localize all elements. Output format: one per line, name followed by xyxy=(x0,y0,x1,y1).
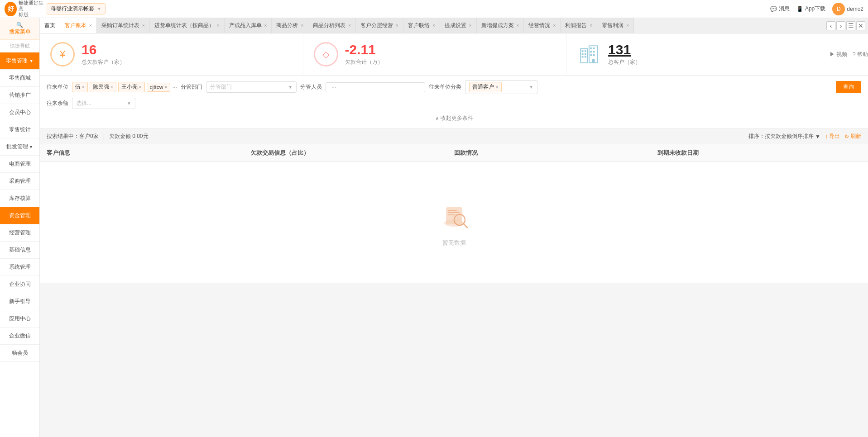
video-btn[interactable]: ▶ 视频 xyxy=(830,51,847,58)
unit-class-select[interactable]: 普通客户 × ▼ xyxy=(465,80,537,94)
tab-new-commission[interactable]: 新增提成方案 × xyxy=(477,18,524,33)
user-btn[interactable]: D demo2 xyxy=(832,3,863,15)
svg-rect-18 xyxy=(448,212,460,213)
top-header: 好 畅捷通好生意 标版 母婴行业演示帐套 ▼ 💬 消息 📱 App下载 D de… xyxy=(0,0,868,18)
sidebar-search[interactable]: 🔍 搜索菜单 xyxy=(0,18,39,40)
tab-product-analysis-list[interactable]: 商品分析列表 × xyxy=(308,18,356,33)
svg-rect-3 xyxy=(582,53,584,55)
person-input[interactable]: ··· xyxy=(326,82,425,92)
stat-3-label: 总客户（家） xyxy=(608,58,641,66)
tab-close-product-inbound[interactable]: × xyxy=(264,23,267,28)
tab-commission-settings[interactable]: 提成设置 × xyxy=(440,18,477,33)
tab-list-btn[interactable]: ☰ xyxy=(846,21,855,30)
filter-tag-wu[interactable]: 伍 × xyxy=(72,82,88,92)
stat-item-2: ◇ -2.11 欠款合计（万） xyxy=(303,33,566,75)
svg-rect-11 xyxy=(593,51,595,53)
sidebar-item-purchase[interactable]: 采购管理 xyxy=(0,173,39,190)
sidebar-item-system[interactable]: 系统管理 xyxy=(0,259,39,276)
tab-close-product-analysis-list[interactable]: × xyxy=(348,23,351,28)
stat-1-value: 16 xyxy=(82,43,125,57)
app-download-btn[interactable]: 📱 App下载 xyxy=(796,5,825,13)
search-button[interactable]: 查询 xyxy=(836,81,861,93)
sidebar-item-inventory[interactable]: 库存核算 xyxy=(0,190,39,207)
sidebar-item-retail-mall[interactable]: 零售商城 xyxy=(0,70,39,87)
sort-select[interactable]: 排序：按欠款金额倒序排序 ▼ xyxy=(748,133,820,140)
tab-close-all-btn[interactable]: ✕ xyxy=(856,21,865,30)
sidebar-item-member-center[interactable]: 会员中心 xyxy=(0,104,39,121)
collapse-btn[interactable]: ∧ 收起更多条件 xyxy=(47,113,861,124)
tab-close-commission-settings[interactable]: × xyxy=(469,23,472,28)
tab-retail-profit[interactable]: 零售利润 × xyxy=(597,18,634,33)
export-btn[interactable]: ↑ 导出 xyxy=(825,133,840,140)
sidebar-item-wechat-work[interactable]: 企业微信 xyxy=(0,328,39,345)
remove-tag-chen[interactable]: × xyxy=(110,85,113,90)
tab-close-operations[interactable]: × xyxy=(553,23,556,28)
svg-line-21 xyxy=(464,224,467,228)
tab-customer-ledger[interactable]: 客户账本 × xyxy=(60,18,97,33)
tab-operations[interactable]: 经营情况 × xyxy=(524,18,561,33)
col-header-debt: 欠款交易信息（占比） xyxy=(250,149,454,157)
dept-select[interactable]: 分管部门 ▼ xyxy=(206,81,297,93)
sidebar-item-marketing[interactable]: 营销推广 xyxy=(0,87,39,104)
svg-rect-4 xyxy=(585,53,586,55)
sidebar-item-retail-stats[interactable]: 零售统计 xyxy=(0,121,39,138)
filter-tag-cj[interactable]: cjttcw × xyxy=(147,83,171,92)
person-dots-icon: ··· xyxy=(331,84,336,90)
tab-customer-contact[interactable]: 客户联络 × xyxy=(403,18,440,33)
help-btn[interactable]: ? 帮助 xyxy=(853,51,868,58)
sidebar-item-basic-info[interactable]: 基础信息 xyxy=(0,242,39,259)
tab-profit-report[interactable]: 利润报告 × xyxy=(561,18,597,33)
tab-inbound-stats[interactable]: 进货单统计表（按商品） × xyxy=(150,18,225,33)
messages-btn[interactable]: 💬 消息 xyxy=(770,5,790,13)
unit-class-arrow-icon: ▼ xyxy=(529,85,533,90)
filter-tag-wang[interactable]: 王小亮 × xyxy=(118,82,145,92)
sidebar-item-guide[interactable]: 新手引导 xyxy=(0,293,39,310)
tab-product-inbound[interactable]: 产成品入库单 × xyxy=(225,18,272,33)
sort-label: 排序：按欠款金额倒序排序 xyxy=(748,133,814,140)
svg-rect-10 xyxy=(590,51,592,53)
stat-icon-3 xyxy=(575,41,603,68)
sidebar-item-operations[interactable]: 经营管理 xyxy=(0,224,39,242)
tab-close-new-commission[interactable]: × xyxy=(517,23,519,28)
result-bar: 搜索结果中：客户0家 | 欠款金额 0.00元 排序：按欠款金额倒序排序 ▼ ↑… xyxy=(40,129,868,144)
tab-close-inbound-stats[interactable]: × xyxy=(217,23,220,28)
tab-close-product-analysis[interactable]: × xyxy=(301,23,303,28)
tab-close-profit-report[interactable]: × xyxy=(590,23,592,28)
tab-purchase-order-stats[interactable]: 采购订单统计表 × xyxy=(97,18,150,33)
sidebar-item-retail-management[interactable]: 零售管理 ▼ xyxy=(0,52,39,70)
tab-close-customer-tier[interactable]: × xyxy=(396,23,398,28)
sidebar-item-wholesale[interactable]: 批发管理 ▼ xyxy=(0,138,39,156)
tab-next-btn[interactable]: › xyxy=(836,21,845,30)
tab-home[interactable]: 首页 xyxy=(40,18,60,33)
tab-close-customer-ledger[interactable]: × xyxy=(89,23,92,28)
stat-1-info: 16 总欠款客户（家） xyxy=(82,43,125,66)
refresh-icon: ↻ xyxy=(844,133,849,140)
balance-select[interactable]: 选择... ▼ xyxy=(72,98,135,109)
store-selector[interactable]: 母婴行业演示帐套 ▼ xyxy=(47,3,106,14)
tab-close-purchase-order-stats[interactable]: × xyxy=(142,23,145,28)
sidebar-item-enterprise[interactable]: 企业协同 xyxy=(0,276,39,293)
remove-tag-wu[interactable]: × xyxy=(82,85,85,90)
sidebar-item-ecommerce[interactable]: 电商管理 xyxy=(0,156,39,173)
tab-product-analysis[interactable]: 商品分析 × xyxy=(272,18,308,33)
remove-tag-wang[interactable]: × xyxy=(139,85,142,90)
sidebar-item-finance[interactable]: 资金管理 xyxy=(0,207,39,224)
unit-class-tag-remove[interactable]: × xyxy=(495,84,499,90)
remove-tag-cj[interactable]: × xyxy=(165,85,168,90)
empty-icon xyxy=(436,198,472,234)
sidebar-item-member[interactable]: 畅会员 xyxy=(0,345,39,362)
filter-more-tags[interactable]: ··· xyxy=(172,84,177,90)
svg-rect-5 xyxy=(582,56,584,58)
unit-class-tag[interactable]: 普通客户 × xyxy=(469,82,502,92)
tab-customer-tier[interactable]: 客户分层经营 × xyxy=(356,18,403,33)
svg-rect-8 xyxy=(590,48,592,49)
filter-tag-chen[interactable]: 陈民强 × xyxy=(90,82,116,92)
sidebar-item-app-center[interactable]: 应用中心 xyxy=(0,310,39,328)
result-text: 搜索结果中：客户0家 xyxy=(47,133,99,140)
tab-bar: 首页 客户账本 × 采购订单统计表 × 进货单统计表（按商品） × 产成品入库单… xyxy=(40,18,868,33)
refresh-btn[interactable]: ↻ 刷新 xyxy=(844,133,861,140)
tab-close-customer-contact[interactable]: × xyxy=(432,23,435,28)
tab-prev-btn[interactable]: ‹ xyxy=(826,21,835,30)
tab-close-retail-profit[interactable]: × xyxy=(626,23,629,28)
right-actions: 排序：按欠款金额倒序排序 ▼ ↑ 导出 ↻ 刷新 xyxy=(748,133,861,140)
